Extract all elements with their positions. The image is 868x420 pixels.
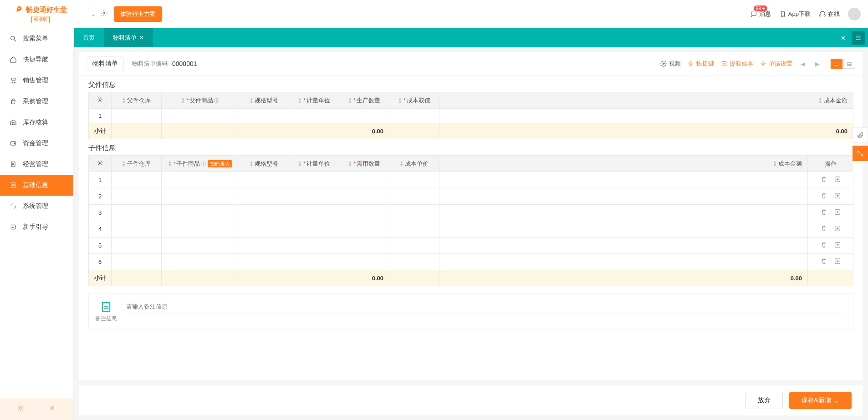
next-record-icon[interactable]: ▶ <box>813 61 822 67</box>
user-avatar[interactable] <box>848 8 861 20</box>
messages-badge: 99 + <box>754 5 767 11</box>
delete-row-icon[interactable] <box>820 241 827 250</box>
child-col-amount[interactable]: ▲▼成本金额 <box>439 156 808 172</box>
view-list-icon[interactable]: ☰ <box>831 59 842 69</box>
sidebar-item-guide[interactable]: 新手引导 <box>0 217 73 238</box>
add-row-icon[interactable] <box>834 208 841 217</box>
parent-col-qty[interactable]: ▲▼*生产数量 <box>339 92 389 109</box>
gear-icon <box>760 60 767 67</box>
save-label: 保存&新增 <box>802 396 831 405</box>
sidebar-item-basicinfo[interactable]: 基础信息 <box>0 175 73 196</box>
action-doc-settings[interactable]: 单据设置 <box>760 60 792 68</box>
delete-row-icon[interactable] <box>820 225 827 233</box>
child-col-warehouse[interactable]: ▲▼子件仓库 <box>112 156 162 172</box>
svg-point-0 <box>19 7 20 9</box>
parent-section-title: 父件信息 <box>79 76 863 92</box>
child-subtotal-amount: 0.00 <box>439 270 808 286</box>
delete-row-icon[interactable] <box>820 258 827 266</box>
main-area: 首页 物料清单 ✕ ✕ ☰ 物料清单 物料清单编码 0000001 视频 快捷键… <box>74 28 868 420</box>
brand-name: 畅捷通好生意 <box>26 5 67 14</box>
child-row[interactable]: 5 <box>89 238 853 254</box>
action-shortcut[interactable]: 快捷键 <box>687 60 714 68</box>
tab-bom[interactable]: 物料清单 ✕ <box>104 28 153 47</box>
delete-row-icon[interactable] <box>820 192 827 201</box>
tab-home[interactable]: 首页 <box>74 28 104 47</box>
parent-col-settings[interactable] <box>89 92 112 109</box>
bom-code-label: 物料清单编码 <box>132 60 168 68</box>
delete-row-icon[interactable] <box>820 208 827 217</box>
prev-record-icon[interactable]: ◀ <box>799 61 807 67</box>
expand-icon[interactable] <box>853 146 868 161</box>
add-row-icon[interactable] <box>834 225 841 233</box>
parent-subtotal-row: 小计0.000.00 <box>89 123 853 139</box>
sidebar-label: 经营管理 <box>23 160 48 168</box>
parent-row[interactable]: 1 <box>89 109 853 123</box>
tab-close-icon[interactable]: ✕ <box>139 35 144 41</box>
help-icon[interactable]: ⓘ <box>214 98 219 103</box>
sidebar-bottom <box>0 398 73 420</box>
industry-plan-button[interactable]: 体验行业方案 <box>114 6 162 22</box>
row-index: 4 <box>89 221 112 238</box>
close-all-tabs-icon[interactable]: ✕ <box>836 31 850 45</box>
add-row-icon[interactable] <box>834 176 841 184</box>
row-index: 2 <box>89 188 112 205</box>
child-row[interactable]: 4 <box>89 221 853 238</box>
save-and-new-button[interactable]: 保存&新增⌄ <box>789 392 852 409</box>
parent-col-unit[interactable]: ▲▼*计量单位 <box>289 92 339 109</box>
parent-col-product[interactable]: ▲▼*父件商品ⓘ <box>162 92 239 109</box>
child-row[interactable]: 1 <box>89 172 853 188</box>
action-extract-cost[interactable]: 提取成本 <box>720 60 753 68</box>
sidebar-item-purchase[interactable]: 采购管理 <box>0 91 73 112</box>
sidebar-item-quicknav[interactable]: 快捷导航 <box>0 49 73 70</box>
parent-col-costget[interactable]: ▲▼*成本取值 <box>389 92 439 109</box>
discard-button[interactable]: 放弃 <box>745 392 783 409</box>
child-col-settings[interactable] <box>89 156 112 172</box>
child-col-product[interactable]: ▲▼*子件商品ⓘ扫码录入 <box>162 156 239 172</box>
settings-gear-icon[interactable] <box>100 10 107 18</box>
sidebar-settings-icon[interactable] <box>17 405 24 414</box>
svg-point-24 <box>762 63 764 65</box>
parent-col-amount[interactable]: ▲▼成本金额 <box>439 92 853 109</box>
sidebar-item-funds[interactable]: 资金管理 <box>0 133 73 154</box>
svg-rect-16 <box>11 183 15 188</box>
parent-col-spec[interactable]: ▲▼规格型号 <box>239 92 289 109</box>
row-index: 6 <box>89 254 112 270</box>
child-row[interactable]: 2 <box>89 188 853 205</box>
content: 物料清单 物料清单编码 0000001 视频 快捷键 提取成本 单据设置 ◀ ▶… <box>79 52 863 380</box>
sidebar-item-business[interactable]: 经营管理 <box>0 154 73 175</box>
child-row[interactable]: 3 <box>89 205 853 221</box>
online-support-link[interactable]: 在线 <box>819 10 840 18</box>
help-icon[interactable]: ⓘ <box>201 161 206 167</box>
sidebar-item-inventory[interactable]: 库存核算 <box>0 112 73 133</box>
view-card-icon[interactable]: ▤ <box>843 59 855 69</box>
svg-point-25 <box>99 99 101 101</box>
child-col-qty[interactable]: ▲▼*需用数量 <box>339 156 389 172</box>
add-row-icon[interactable] <box>834 192 841 201</box>
child-col-price[interactable]: ▲▼成本单价 <box>389 156 439 172</box>
brand-logo-icon <box>14 5 24 15</box>
subtotal-label: 小计 <box>89 123 112 139</box>
child-row[interactable]: 6 <box>89 254 853 270</box>
action-video[interactable]: 视频 <box>660 60 681 68</box>
remarks-input[interactable] <box>125 300 847 313</box>
add-row-icon[interactable] <box>834 258 841 266</box>
sidebar-item-search[interactable]: 搜索菜单 <box>0 28 73 49</box>
tabs-menu-icon[interactable]: ☰ <box>852 31 865 45</box>
parent-col-warehouse[interactable]: ▲▼父件仓库 <box>112 92 162 109</box>
sub-tab-bom[interactable]: 物料清单 <box>87 56 124 71</box>
attachment-icon[interactable] <box>853 127 868 143</box>
sidebar-item-sales[interactable]: 销售管理 <box>0 70 73 91</box>
scan-input-tag[interactable]: 扫码录入 <box>208 160 232 167</box>
child-col-spec[interactable]: ▲▼规格型号 <box>239 156 289 172</box>
company-selector[interactable]: ⌄ <box>87 11 96 17</box>
sidebar-label: 库存核算 <box>23 118 48 127</box>
child-col-unit[interactable]: ▲▼*计量单位 <box>289 156 339 172</box>
sidebar-collapse-icon[interactable] <box>49 405 56 414</box>
messages-link[interactable]: 消息 99 + <box>750 10 771 18</box>
add-row-icon[interactable] <box>834 241 841 250</box>
app-download-link[interactable]: App下载 <box>779 10 811 18</box>
sort-icon: ▲▼ <box>298 161 302 167</box>
footer-actions: 放弃 保存&新增⌄ <box>79 385 863 415</box>
delete-row-icon[interactable] <box>820 176 827 184</box>
sidebar-item-system[interactable]: 系统管理 <box>0 196 73 217</box>
